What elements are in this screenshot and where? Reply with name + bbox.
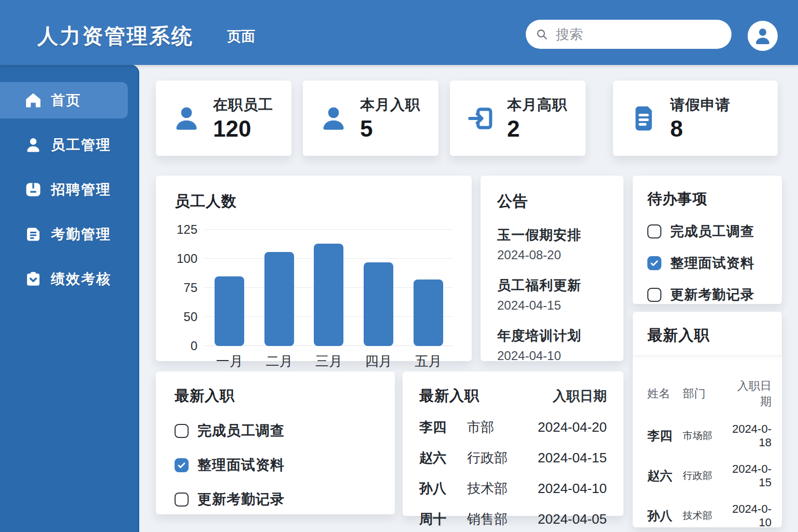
checkbox-unchecked[interactable]	[175, 424, 189, 438]
employee-count-chart: 员工人数 125 100 75 50 0 一月 二月 三月 四	[156, 176, 472, 361]
cell-dept: 行政部	[683, 469, 728, 483]
stat-card-value: 120	[213, 116, 273, 142]
y-tick: 100	[177, 252, 197, 265]
stat-card-label: 本月入职	[360, 95, 420, 115]
cell-dept: 行政部	[467, 449, 518, 467]
chart-x-axis: 一月 二月 三月 四月 五月	[205, 352, 453, 370]
checkbox-checked[interactable]	[175, 458, 189, 472]
task-label: 完成员工调查	[197, 421, 285, 440]
y-tick: 0	[191, 340, 197, 352]
chart-bars	[205, 230, 453, 346]
column-header-name: 姓名	[647, 386, 683, 402]
stat-card-label: 请假申请	[670, 95, 730, 115]
table-row: 赵六 行政部 2024-0-15	[647, 462, 772, 489]
announcement-text: 年度培训计划	[497, 327, 607, 345]
user-icon	[318, 103, 349, 134]
checkbox-checked[interactable]	[647, 256, 661, 270]
nav-page-link[interactable]: 页面	[227, 27, 255, 46]
sidebar-item-label: 招聘管理	[51, 180, 111, 199]
exit-door-icon	[466, 103, 496, 134]
y-tick: 75	[183, 282, 197, 294]
recent-hires-title: 最新入职	[419, 386, 480, 406]
cell-date: 2024-04-05	[518, 511, 607, 527]
y-tick: 125	[177, 223, 197, 236]
checkbox-unchecked[interactable]	[647, 288, 661, 302]
search-icon	[535, 28, 549, 41]
table-row: 李四 市场部 2024-0-18	[647, 422, 772, 449]
todo-panel: 待办事项 完成员工调查 整理面试资料 更新考勤记录	[633, 176, 782, 304]
task-label: 更新考勤记录	[197, 490, 285, 509]
recent-hires-mid-panel: 最新入职 入职日期 李四 市部 2024-04-20 赵六 行政部 2024-0…	[403, 371, 623, 516]
todo-item: 整理面试资料	[647, 254, 767, 272]
sidebar-item-performance[interactable]: 绩效考核	[0, 261, 139, 297]
x-label: 三月	[315, 352, 342, 370]
announcements-title: 公告	[497, 191, 607, 212]
announcement-text: 玉一假期安排	[497, 226, 607, 244]
stat-card-label: 本月高职	[507, 95, 567, 115]
sidebar-item-label: 绩效考核	[51, 270, 111, 288]
tasks-title: 最新入职	[175, 386, 376, 406]
search-input[interactable]	[556, 26, 712, 43]
tasks-panel: 最新入职 完成员工调查 整理面试资料 更新考勤记录	[156, 371, 395, 514]
task-item: 更新考勤记录	[175, 490, 376, 509]
todo-item: 更新考勤记录	[647, 286, 767, 304]
column-header-date: 入职日期	[553, 387, 607, 405]
search-bar[interactable]	[526, 20, 732, 49]
cell-date: 2024-0-18	[728, 422, 772, 449]
cell-date: 2024-04-15	[518, 450, 607, 466]
column-header-dept: 部门	[683, 386, 728, 402]
column-header-date: 入职日期	[728, 378, 772, 409]
sidebar-item-attendance[interactable]: 考勤管理	[0, 216, 139, 252]
id-card-icon	[24, 180, 43, 199]
sidebar-item-recruiting[interactable]: 招聘管理	[0, 171, 139, 208]
cell-dept: 市场部	[683, 429, 728, 443]
user-icon	[752, 25, 774, 47]
todo-label: 更新考勤记录	[670, 286, 754, 304]
sidebar-item-employees[interactable]: 员工管理	[0, 127, 139, 163]
chart-plot-area	[205, 230, 453, 346]
cell-dept: 技术部	[467, 480, 518, 498]
todo-item: 完成员工调查	[647, 222, 767, 241]
cell-name: 李四	[647, 428, 683, 444]
recent-hires-table: 姓名 部门 入职日期 李四 市场部 2024-0-18 赵六 行政部 2024-…	[633, 356, 782, 532]
y-tick: 50	[183, 311, 197, 323]
checkbox-unchecked[interactable]	[647, 224, 661, 238]
recent-hires-title: 最新入职	[647, 325, 767, 346]
announcement-text: 员工福利更新	[497, 276, 607, 295]
recent-hires-side-panel: 最新入职 姓名 部门 入职日期 李四 市场部 2024-0-18 赵六 行政部 …	[633, 312, 782, 527]
announcement-date: 2024-04-15	[497, 298, 607, 313]
cell-dept: 销售部	[467, 510, 518, 528]
chart-bar-mar	[314, 244, 343, 346]
user-avatar[interactable]	[748, 21, 778, 51]
checkbox-unchecked[interactable]	[175, 493, 189, 507]
app-title: 人力资管理系统	[37, 22, 194, 50]
clipboard-check-icon	[24, 270, 43, 288]
sidebar-item-label: 首页	[51, 91, 81, 110]
x-label: 一月	[216, 352, 243, 370]
cell-date: 2024-0-10	[728, 502, 772, 529]
cell-name: 赵六	[647, 468, 683, 484]
stat-card-monthly-departures: 本月高职 2	[450, 81, 586, 156]
chart-title: 员工人数	[175, 191, 453, 212]
cell-date: 2024-0-15	[728, 462, 772, 489]
announcement-item: 年度培训计划 2024-04-10	[497, 327, 607, 363]
task-label: 整理面试资料	[197, 456, 285, 474]
table-row: 孙八 技术部 2024-04-10	[419, 480, 607, 498]
sidebar-item-label: 考勤管理	[51, 225, 111, 244]
sidebar-item-home[interactable]: 首页	[0, 82, 128, 118]
chart-y-axis: 125 100 75 50 0	[175, 230, 205, 346]
x-label: 五月	[415, 352, 442, 370]
table-header-row: 姓名 部门 入职日期	[647, 378, 772, 409]
announcement-item: 玉一假期安排 2024-08-20	[497, 226, 607, 262]
chart-bar-apr	[364, 262, 393, 346]
document-icon	[629, 103, 659, 134]
cell-name: 李四	[419, 418, 467, 436]
document-icon	[24, 225, 43, 244]
stat-card-leave-requests: 请假申请 8	[613, 81, 778, 156]
check-icon	[649, 258, 659, 268]
cell-dept: 市部	[467, 418, 518, 436]
table-row: 赵六 行政部 2024-04-15	[419, 449, 607, 467]
cell-name: 孙八	[647, 508, 683, 524]
chart-bar-jan	[215, 276, 244, 346]
cell-date: 2024-04-20	[518, 419, 607, 435]
